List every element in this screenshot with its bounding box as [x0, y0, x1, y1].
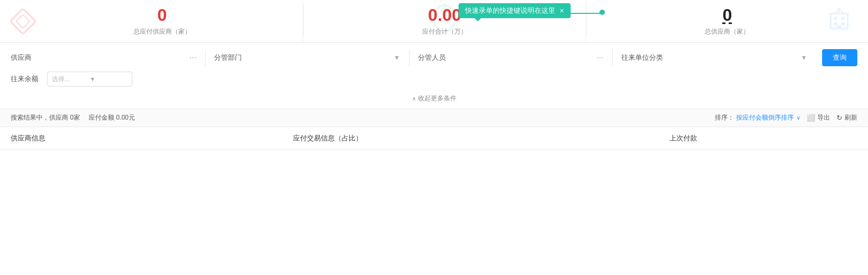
table-body: [0, 150, 868, 275]
refresh-icon: ↻: [837, 114, 842, 122]
table-col-payable-info: 应付交易信息（占比）: [293, 133, 669, 143]
results-payable-text: 应付金额 0.00元: [89, 113, 135, 122]
department-input[interactable]: [246, 54, 391, 62]
total-suppliers-number: 0: [722, 6, 732, 25]
results-bar: 搜索结果中，供应商 0家 应付金额 0.00元 排序： 按应付会额倒序排序 ∨ …: [0, 109, 868, 127]
export-button[interactable]: ⬜ 导出: [807, 113, 830, 122]
sort-link[interactable]: 按应付会额倒序排序 ∨: [736, 114, 800, 121]
manager-label: 分管人员: [418, 53, 446, 62]
results-prefix: 搜索结果中，供应商: [11, 114, 68, 121]
building-icon: [826, 6, 852, 36]
collapse-button[interactable]: ∧ 收起更多条件: [412, 91, 456, 108]
filter-row-1: 供应商 ··· 分管部门 ▼ 分管人员 ··· 往来单位分类 ▼ 查询: [11, 49, 857, 66]
payable-total-label: 应付合计（万）: [422, 27, 467, 36]
total-payable-suppliers-number: 0: [157, 6, 167, 25]
collapse-icon: ∧: [412, 96, 416, 101]
payable-total-number: 0.00: [428, 6, 461, 25]
balance-label: 往来余额: [11, 74, 43, 84]
department-chevron[interactable]: ▼: [394, 54, 400, 61]
sort-prefix: 排序： 按应付会额倒序排序 ∨: [715, 113, 800, 122]
stat-total-suppliers: 0 总供应商（家）: [587, 0, 868, 42]
tooltip-text: 快速录单的快捷键说明在这里: [465, 6, 555, 15]
unit-class-label: 往来单位分类: [621, 53, 663, 62]
filter-supplier: 供应商 ···: [11, 49, 206, 66]
balance-placeholder: 选择...: [52, 75, 90, 84]
results-supplier-text: 搜索结果中，供应商 0家: [11, 113, 80, 122]
top-stats-bar: 0 总应付供应商（家） 0.00 应付合计（万） 快速录单的快捷键说明在这里 ×: [0, 0, 868, 43]
diamond-icon: [9, 7, 37, 36]
balance-chevron: ▼: [90, 76, 128, 82]
filter-row-2: 往来余额 选择... ▼: [11, 72, 857, 87]
table-col-supplier-info: 供应商信息: [11, 133, 293, 143]
table-col-last-payment: 上次付款: [669, 133, 857, 143]
supplier-dots[interactable]: ···: [190, 53, 196, 62]
svg-rect-9: [834, 22, 837, 25]
svg-rect-8: [841, 17, 845, 20]
svg-rect-1: [16, 14, 29, 28]
collapse-row: ∧ 收起更多条件: [11, 91, 857, 108]
export-icon: ⬜: [807, 114, 815, 122]
query-button[interactable]: 查询: [822, 49, 857, 66]
manager-input[interactable]: [450, 54, 595, 62]
svg-rect-11: [837, 25, 841, 28]
unit-class-chevron[interactable]: ▼: [801, 54, 807, 61]
tooltip-bubble: 快速录单的快捷键说明在这里 ×: [459, 3, 570, 18]
svg-rect-0: [10, 8, 36, 34]
svg-rect-7: [834, 17, 837, 20]
filter-unit-class: 往来单位分类 ▼: [613, 49, 816, 66]
tooltip-close-button[interactable]: ×: [559, 7, 564, 14]
balance-select[interactable]: 选择... ▼: [47, 72, 132, 87]
department-label: 分管部门: [214, 53, 242, 62]
tooltip-dot: [599, 10, 605, 15]
refresh-button[interactable]: ↻ 刷新: [837, 113, 857, 122]
filter-manager: 分管人员 ···: [409, 49, 613, 66]
unit-class-input[interactable]: [667, 54, 799, 62]
stat-total-payable-suppliers: 0 总应付供应商（家）: [0, 0, 303, 42]
supplier-input[interactable]: [41, 54, 187, 62]
filter-department: 分管部门 ▼: [206, 49, 409, 66]
filter-bar: 供应商 ··· 分管部门 ▼ 分管人员 ··· 往来单位分类 ▼ 查询 往来余额…: [0, 43, 868, 109]
results-actions: 排序： 按应付会额倒序排序 ∨ ⬜ 导出 ↻ 刷新: [715, 113, 857, 122]
total-suppliers-label: 总供应商（家）: [705, 27, 749, 36]
svg-rect-10: [841, 22, 845, 25]
results-payable-amount: 0.00元: [116, 114, 135, 121]
table-header: 供应商信息 应付交易信息（占比） 上次付款: [0, 127, 868, 150]
manager-dots[interactable]: ···: [596, 53, 603, 62]
results-supplier-count: 0家: [70, 114, 80, 121]
stat-payable-total: 0.00 应付合计（万） 快速录单的快捷键说明在这里 ×: [304, 0, 586, 42]
results-summary: 搜索结果中，供应商 0家 应付金额 0.00元: [11, 113, 135, 122]
total-payable-suppliers-label: 总应付供应商（家）: [133, 27, 191, 36]
supplier-label: 供应商: [11, 53, 36, 62]
results-payable-prefix: 应付金额: [89, 114, 114, 121]
collapse-label: 收起更多条件: [418, 94, 456, 103]
tooltip-line: [571, 13, 603, 14]
